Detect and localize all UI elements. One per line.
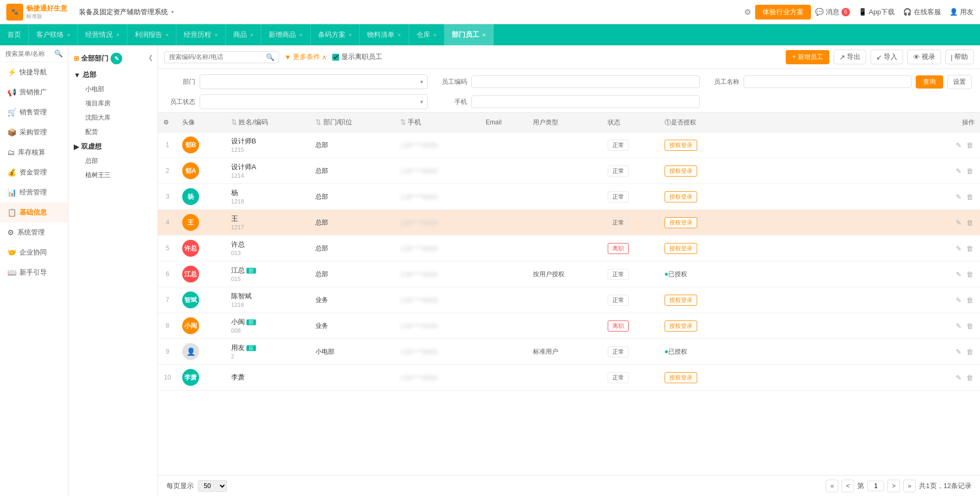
close-icon[interactable]: × [67,32,70,38]
tab-operations[interactable]: 经营情况× [78,24,127,45]
phone-input[interactable] [471,95,699,108]
trial-button[interactable]: 体验行业方案 [755,5,811,20]
close-icon[interactable]: × [214,32,217,38]
edit-icon[interactable]: ✎ [956,245,962,252]
dept-tree-item-distribution[interactable]: 配货 [68,125,157,139]
sort-icon[interactable]: ⇅ [400,118,406,126]
query-button[interactable]: 查询 [916,75,943,89]
close-icon[interactable]: × [433,32,437,38]
sort-icon[interactable]: ⇅ [231,118,237,126]
dept-tree-item-plant-king[interactable]: 植树王三 [68,168,157,182]
edit-icon[interactable]: ✎ [956,296,962,304]
delete-icon[interactable]: 🗑 [966,141,973,149]
close-icon[interactable]: × [398,32,401,38]
page-input[interactable] [867,481,884,491]
delete-icon[interactable]: 🗑 [966,348,973,356]
close-icon[interactable]: × [482,32,486,38]
close-icon[interactable]: × [250,32,253,38]
sidebar-item-system[interactable]: ⚙ 系统管理 [0,222,68,242]
auth-login-button[interactable]: 授权登录 [665,320,697,332]
dept-edit-button[interactable]: ✎ [111,53,122,64]
sidebar-search-input[interactable] [5,50,52,57]
view-button[interactable]: 👁 视录 [907,50,941,64]
delete-icon[interactable]: 🗑 [966,270,973,278]
collapse-icon[interactable]: 《 [145,54,152,63]
dept-tree-parent-general[interactable]: ▼ 总部 [68,67,157,82]
sidebar-item-quick-nav[interactable]: ⚡ 快捷导航 [0,62,68,82]
col-settings[interactable]: ⚙ [158,113,177,132]
app-download-btn[interactable]: 📱 App下载 [858,7,895,17]
edit-icon[interactable]: ✎ [956,374,962,382]
tab-product[interactable]: 商品× [226,24,261,45]
message-btn[interactable]: 💬 消息 6 [815,7,850,17]
sidebar-item-finance[interactable]: 💰 资金管理 [0,162,68,182]
edit-icon[interactable]: ✎ [956,167,962,175]
auth-login-button[interactable]: 授权登录 [665,372,697,383]
auth-login-button[interactable]: 授权登录 [665,295,697,306]
edit-icon[interactable]: ✎ [956,270,962,278]
tab-barcode[interactable]: 条码方案× [311,24,360,45]
add-employee-button[interactable]: + 新增员工 [786,50,829,64]
prev-page-btn[interactable]: < [842,480,854,492]
gear-icon[interactable]: ⚙ [744,7,751,17]
sidebar-item-marketing[interactable]: 📢 营销推广 [0,82,68,102]
auth-login-button[interactable]: 授权登录 [665,166,697,177]
close-icon[interactable]: × [349,32,352,38]
delete-icon[interactable]: 🗑 [966,374,973,382]
first-page-btn[interactable]: « [826,480,838,492]
delete-icon[interactable]: 🗑 [966,167,973,175]
employee-name-input[interactable] [744,75,912,88]
edit-icon[interactable]: ✎ [956,141,962,149]
auth-login-button[interactable]: 授权登录 [665,140,697,151]
dept-tree-parent-double[interactable]: ▶ 双虚想 [68,139,157,154]
delete-icon[interactable]: 🗑 [966,219,973,227]
search-input[interactable] [169,53,264,61]
sidebar-item-purchase[interactable]: 📦 采购管理 [0,122,68,142]
online-service-btn[interactable]: 🎧 在线客服 [903,7,941,17]
auth-login-button[interactable]: 授权登录 [665,191,697,202]
tab-bom[interactable]: 物料清单× [360,24,409,45]
edit-icon[interactable]: ✎ [956,322,962,330]
delete-icon[interactable]: 🗑 [966,245,973,252]
tab-journey[interactable]: 经营历程× [176,24,225,45]
help-button[interactable]: | 帮助 [945,50,974,64]
delete-icon[interactable]: 🗑 [966,193,973,201]
sidebar-item-basic[interactable]: 📋 基础信息 [0,202,68,222]
tab-dept-staff[interactable]: 部门员工× [444,24,493,45]
tab-profit[interactable]: 利润报告× [127,24,176,45]
import-button[interactable]: ↙ 导入 [870,50,903,64]
user-btn[interactable]: 👤 用友 [949,7,974,17]
set-button[interactable]: 设置 [947,75,972,89]
sidebar-item-sales[interactable]: 🛒 销售管理 [0,102,68,122]
dept-tree-item-small-elec[interactable]: 小电部 [68,82,157,96]
close-icon[interactable]: × [165,32,169,38]
edit-icon[interactable]: ✎ [956,219,962,227]
edit-icon[interactable]: ✎ [956,348,962,356]
next-page-btn[interactable]: > [887,480,900,492]
tab-warehouse[interactable]: 仓库× [409,24,444,45]
tab-home[interactable]: 首页 [0,24,29,45]
sidebar-item-guide[interactable]: 📖 新手引导 [0,262,68,283]
delete-icon[interactable]: 🗑 [966,296,973,304]
status-select[interactable] [200,94,428,109]
last-page-btn[interactable]: » [903,480,916,492]
close-icon[interactable]: × [299,32,302,38]
close-icon[interactable]: × [116,32,119,38]
sidebar-item-inventory[interactable]: 🗂 库存核算 [0,142,68,162]
tab-customer[interactable]: 客户联络× [29,24,78,45]
dept-select[interactable] [200,74,428,89]
auth-login-button[interactable]: 授权登录 [665,243,697,254]
auth-login-button[interactable]: 授权登录 [665,217,697,228]
chevron-down-icon[interactable]: ▾ [171,9,174,15]
tab-new-product[interactable]: 新增商品× [261,24,310,45]
delete-icon[interactable]: 🗑 [966,322,973,330]
dept-tree-item-general[interactable]: 总部 [68,154,157,168]
employee-code-input[interactable] [471,75,699,88]
sort-icon[interactable]: ⇅ [315,118,321,126]
dept-tree-item-project-room[interactable]: 项目库房 [68,96,157,111]
export-button[interactable]: ↗ 导出 [834,50,866,64]
sidebar-item-enterprise[interactable]: 🤝 企业协同 [0,242,68,262]
page-size-select[interactable]: 50 100 [198,480,227,492]
more-conditions-btn[interactable]: ▼ 更多条件 ∧ [284,52,327,62]
edit-icon[interactable]: ✎ [956,193,962,201]
